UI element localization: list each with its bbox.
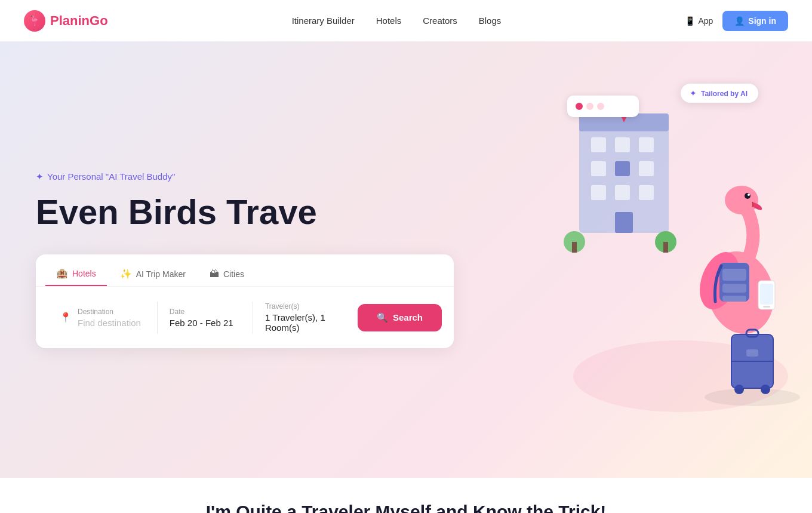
nav-blogs[interactable]: Blogs <box>479 16 502 26</box>
svg-rect-45 <box>763 306 770 308</box>
svg-rect-33 <box>722 269 746 281</box>
sparkle-icon: ✦ <box>36 171 44 182</box>
svg-rect-44 <box>760 284 773 305</box>
travelers-value: 1 Traveler(s), 1 Room(s) <box>265 312 336 333</box>
svg-point-46 <box>705 388 800 406</box>
hero-title: Even Birds Trave <box>36 193 454 231</box>
cities-tab-icon: 🏔 <box>210 269 219 279</box>
search-body: 📍 Destination Find destination Date Feb … <box>36 287 454 348</box>
date-value: Feb 20 - Feb 21 <box>170 318 241 328</box>
svg-point-22 <box>586 103 593 110</box>
svg-point-29 <box>725 186 758 214</box>
destination-placeholder: Find destination <box>78 318 141 328</box>
svg-point-31 <box>748 193 750 196</box>
location-icon: 📍 <box>60 312 72 323</box>
svg-rect-34 <box>722 284 746 293</box>
svg-point-21 <box>576 103 583 110</box>
ai-tab-icon: ✨ <box>120 268 132 279</box>
hero-content: ✦ Your Personal "AI Travel Buddy" Even B… <box>36 171 454 349</box>
bottom-section: I'm Quite a Traveler Myself and Know the… <box>0 478 812 513</box>
tab-ai-trip-maker[interactable]: ✨ AI Trip Maker <box>109 262 196 286</box>
logo-icon: 🦩 <box>24 10 45 32</box>
svg-rect-8 <box>639 161 654 176</box>
search-card: 🏨 Hotels ✨ AI Trip Maker 🏔 Cities 📍 <box>36 254 454 348</box>
svg-text:✦: ✦ <box>690 88 697 98</box>
hero-tagline: ✦ Your Personal "AI Travel Buddy" <box>36 171 454 182</box>
navbar: 🦩 PlaninGo Itinerary Builder Hotels Crea… <box>0 0 812 42</box>
svg-rect-11 <box>639 185 654 200</box>
svg-point-23 <box>597 103 604 110</box>
date-label: Date <box>170 308 241 316</box>
date-field[interactable]: Date Feb 20 - Feb 21 <box>158 302 253 334</box>
travelers-field[interactable]: Traveler(s) 1 Traveler(s), 1 Room(s) <box>253 296 348 339</box>
svg-rect-16 <box>663 242 668 253</box>
signin-button[interactable]: 👤 Sign in <box>722 11 788 31</box>
logo[interactable]: 🦩 PlaninGo <box>24 10 108 32</box>
hero-section: ✦ Your Personal "AI Travel Buddy" Even B… <box>0 42 812 478</box>
logo-text: PlaninGo <box>50 13 108 29</box>
svg-rect-14 <box>572 242 577 253</box>
nav-right: 📱 App 👤 Sign in <box>685 11 788 31</box>
app-button[interactable]: 📱 App <box>685 16 713 26</box>
nav-creators[interactable]: Creators <box>423 16 457 26</box>
svg-rect-12 <box>615 212 633 233</box>
svg-rect-6 <box>591 161 606 176</box>
nav-links: Itinerary Builder Hotels Creators Blogs <box>292 16 502 26</box>
search-tabs: 🏨 Hotels ✨ AI Trip Maker 🏔 Cities <box>36 254 454 287</box>
svg-rect-3 <box>591 137 606 152</box>
svg-rect-40 <box>746 349 758 357</box>
destination-field[interactable]: 📍 Destination Find destination <box>48 302 158 334</box>
nav-itinerary-builder[interactable]: Itinerary Builder <box>292 16 355 26</box>
svg-rect-9 <box>591 185 606 200</box>
hotel-tab-icon: 🏨 <box>56 268 68 279</box>
svg-text:Tailored by AI: Tailored by AI <box>701 90 748 98</box>
bottom-title: I'm Quite a Traveler Myself and Know the… <box>206 502 607 513</box>
svg-rect-35 <box>722 296 746 302</box>
svg-rect-10 <box>615 185 630 200</box>
user-icon: 👤 <box>734 16 745 26</box>
travelers-label: Traveler(s) <box>265 302 336 311</box>
hero-illustration: ✦ Tailored by AI <box>561 78 812 424</box>
svg-rect-7 <box>615 161 630 176</box>
phone-icon: 📱 <box>685 16 695 26</box>
tab-hotels[interactable]: 🏨 Hotels <box>45 262 107 286</box>
svg-point-30 <box>745 193 751 199</box>
search-icon: 🔍 <box>377 312 388 323</box>
svg-rect-5 <box>639 137 654 152</box>
destination-label: Destination <box>78 308 141 316</box>
svg-rect-4 <box>615 137 630 152</box>
tab-cities[interactable]: 🏔 Cities <box>199 262 255 286</box>
nav-hotels[interactable]: Hotels <box>376 16 402 26</box>
search-button[interactable]: 🔍 Search <box>358 304 442 331</box>
